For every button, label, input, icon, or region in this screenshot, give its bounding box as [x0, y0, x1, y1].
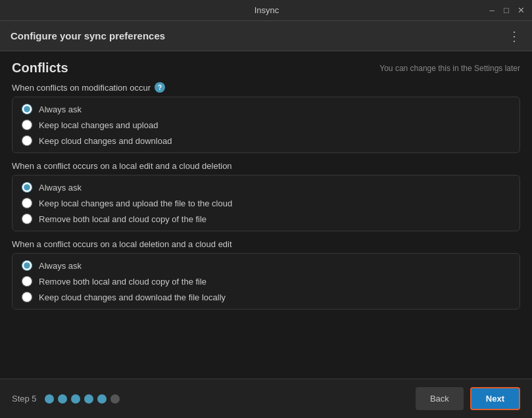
radio-label-1-2: Keep local changes and upload: [39, 120, 158, 130]
close-button[interactable]: ✕: [516, 6, 525, 15]
radio-option-3-1[interactable]: Always ask: [22, 260, 510, 271]
conflict-group-label-3: When a conflict occurs on a local deleti…: [12, 239, 520, 249]
header-bar: Configure your sync preferences ⋮: [0, 21, 532, 51]
radio-input-2-3[interactable]: [22, 214, 32, 224]
step-dot-4: [84, 394, 93, 404]
radio-input-3-1[interactable]: [22, 260, 32, 271]
radio-option-1-3[interactable]: Keep cloud changes and download: [22, 135, 510, 146]
step-dot-2: [58, 394, 67, 404]
radio-input-1-1[interactable]: [22, 104, 32, 114]
radio-input-2-1[interactable]: [22, 182, 32, 193]
footer: Step 5 Back Next: [0, 379, 532, 418]
radio-option-3-3[interactable]: Keep cloud changes and download the file…: [22, 292, 510, 302]
radio-option-2-3[interactable]: Remove both local and cloud copy of the …: [22, 214, 510, 224]
next-button[interactable]: Next: [470, 387, 520, 410]
conflict-group-3: When a conflict occurs on a local deleti…: [12, 239, 520, 310]
step-dot-5: [97, 394, 107, 404]
step-dot-3: [71, 394, 80, 404]
radio-option-2-1[interactable]: Always ask: [22, 182, 510, 193]
section-hint: You can change this in the Settings late…: [379, 64, 520, 73]
radio-input-3-3[interactable]: [22, 292, 32, 302]
header-title: Configure your sync preferences: [11, 30, 165, 41]
conflict-group-1: When conflicts on modification occur?Alw…: [12, 82, 520, 153]
options-box-1: Always askKeep local changes and uploadK…: [12, 97, 520, 153]
window-controls: – □ ✕: [487, 6, 525, 15]
options-box-2: Always askKeep local changes and upload …: [12, 175, 520, 231]
radio-label-2-2: Keep local changes and upload the file t…: [39, 198, 232, 208]
radio-label-3-2: Remove both local and cloud copy of the …: [39, 277, 206, 287]
section-title: Conflicts: [12, 60, 68, 76]
options-box-3: Always askRemove both local and cloud co…: [12, 253, 520, 310]
main-content: When conflicts on modification occur?Alw…: [0, 82, 532, 310]
title-bar: Insync – □ ✕: [0, 0, 532, 21]
footer-buttons: Back Next: [416, 387, 520, 410]
conflict-group-label-2: When a conflict occurs on a local edit a…: [12, 161, 520, 171]
radio-input-1-3[interactable]: [22, 135, 32, 146]
step-label: Step 5: [12, 394, 37, 404]
radio-label-1-3: Keep cloud changes and download: [39, 136, 172, 146]
conflict-group-2: When a conflict occurs on a local edit a…: [12, 161, 520, 231]
radio-input-3-2[interactable]: [22, 276, 32, 287]
radio-label-2-1: Always ask: [39, 183, 82, 193]
radio-input-2-2[interactable]: [22, 198, 32, 208]
radio-option-1-2[interactable]: Keep local changes and upload: [22, 120, 510, 130]
step-dots: [45, 394, 120, 404]
radio-label-1-1: Always ask: [39, 104, 82, 114]
radio-label-3-3: Keep cloud changes and download the file…: [39, 292, 226, 302]
radio-label-2-3: Remove both local and cloud copy of the …: [39, 214, 206, 224]
radio-option-2-2[interactable]: Keep local changes and upload the file t…: [22, 198, 510, 208]
restore-button[interactable]: □: [502, 6, 511, 15]
radio-label-3-1: Always ask: [39, 261, 82, 271]
section-title-row: Conflicts You can change this in the Set…: [0, 51, 532, 82]
conflict-group-text-2: When a conflict occurs on a local edit a…: [12, 161, 232, 171]
conflict-group-text-3: When a conflict occurs on a local deleti…: [12, 239, 232, 249]
step-indicator: Step 5: [12, 394, 120, 404]
conflict-group-text-1: When conflicts on modification occur: [12, 83, 151, 93]
help-icon[interactable]: ?: [155, 82, 165, 93]
step-dot-6: [110, 394, 120, 404]
conflict-group-label-1: When conflicts on modification occur?: [12, 82, 520, 93]
header-menu-button[interactable]: ⋮: [508, 30, 521, 43]
back-button[interactable]: Back: [416, 387, 464, 410]
app-title: Insync: [46, 5, 487, 15]
minimize-button[interactable]: –: [487, 6, 496, 15]
radio-input-1-2[interactable]: [22, 120, 32, 130]
radio-option-3-2[interactable]: Remove both local and cloud copy of the …: [22, 276, 510, 287]
step-dot-1: [45, 394, 54, 404]
radio-option-1-1[interactable]: Always ask: [22, 104, 510, 114]
